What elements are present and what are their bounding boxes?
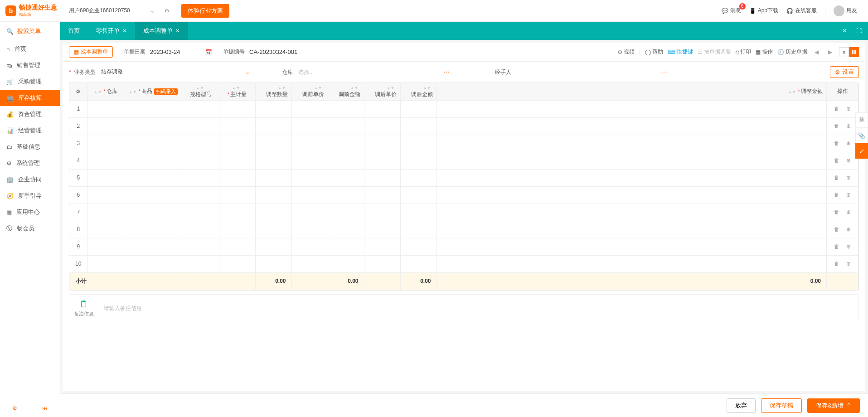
grid-cell[interactable] [328,221,364,238]
grid-cell[interactable] [255,238,291,255]
col-product[interactable]: ▲▼*商品扫码录入 [124,83,183,100]
insert-row-button[interactable]: ⊕ [844,122,853,130]
tab-1[interactable]: 零售开单✕ [88,22,135,40]
grid-cell[interactable] [87,221,124,238]
grid-cell[interactable] [219,135,255,152]
grid-cell[interactable] [400,169,436,186]
table-row[interactable]: 10🗑⊕ [69,255,858,272]
grid-cell[interactable] [400,238,436,255]
grid-cell[interactable] [255,186,291,204]
tab-2[interactable]: 成本调整单✕ [135,22,188,40]
shortcut-link[interactable]: ⌨快捷键 [668,48,693,56]
col-warehouse[interactable]: ▲▼*仓库 [87,83,124,100]
insert-row-button[interactable]: ⊕ [844,156,853,165]
delete-row-button[interactable]: 🗑 [833,174,841,182]
sidebar-item-6[interactable]: 🗂基础信息 [0,139,60,155]
grid-cell[interactable] [436,238,827,255]
rail-attach-button[interactable]: 📎 [855,128,868,143]
insert-row-button[interactable]: ⊕ [844,105,853,113]
grid-cell[interactable] [436,152,827,169]
tenant-settings-button[interactable]: ⚙ [160,5,173,17]
table-row[interactable]: 1🗑⊕ [69,100,858,117]
delete-row-button[interactable]: 🗑 [833,242,841,251]
grid-cell[interactable] [291,186,328,204]
table-row[interactable]: 3🗑⊕ [69,135,858,152]
grid-cell[interactable] [87,204,124,221]
grid-cell[interactable] [400,100,436,117]
insert-row-button[interactable]: ⊕ [844,208,853,216]
table-row[interactable]: 9🗑⊕ [69,238,858,255]
doc-date-input[interactable] [148,48,203,56]
grid-cell[interactable] [183,169,219,186]
grid-cell[interactable] [364,117,400,135]
calendar-icon[interactable]: 📅 [205,49,212,55]
insert-row-button[interactable]: ⊕ [844,242,853,251]
sidebar-item-1[interactable]: 🛍销售管理 [0,57,60,73]
sidebar-item-11[interactable]: Ⓥ畅会员 [0,220,60,237]
col-config[interactable]: ⚙ [69,83,87,100]
grid-cell[interactable] [364,135,400,152]
grid-cell[interactable] [219,221,255,238]
chevron-down-icon[interactable]: ⌵ [246,69,249,75]
grid-cell[interactable] [87,117,124,135]
grid-cell[interactable] [291,152,328,169]
grid-cell[interactable] [328,117,364,135]
sidebar-item-7[interactable]: ⚙系统管理 [0,155,60,171]
delete-row-button[interactable]: 🗑 [833,105,841,113]
col-post-amount[interactable]: ▲▼调后金额 [400,83,436,100]
sidebar-item-5[interactable]: 📊经营管理 [0,122,60,139]
table-row[interactable]: 8🗑⊕ [69,221,858,238]
grid-cell[interactable] [255,221,291,238]
view-card-button[interactable]: ▮▮ [849,47,859,57]
grid-cell[interactable] [328,204,364,221]
table-row[interactable]: 2🗑⊕ [69,117,858,135]
by-bill-adjust-link[interactable]: ☰按单据调整 [698,48,731,56]
grid-cell[interactable] [124,204,183,221]
tab-close-icon[interactable]: ✕ [122,28,127,34]
discard-button[interactable]: 放弃 [727,398,756,413]
delete-row-button[interactable]: 🗑 [833,191,841,199]
col-main-qty[interactable]: ▲▼*主计量 [219,83,255,100]
messages-link[interactable]: 💬 消息 6 [722,7,741,15]
grid-cell[interactable] [124,186,183,204]
grid-cell[interactable] [87,255,124,272]
insert-row-button[interactable]: ⊕ [844,225,853,233]
video-link[interactable]: ⊙视频 [618,48,635,56]
grid-cell[interactable] [400,117,436,135]
sidebar-search[interactable]: 🔍 搜索菜单 [0,22,60,41]
grid-cell[interactable] [183,186,219,204]
table-row[interactable]: 5🗑⊕ [69,169,858,186]
sidebar-item-3[interactable]: 🏬库存核算 [0,90,60,106]
grid-cell[interactable] [400,152,436,169]
grid-cell[interactable] [364,238,400,255]
grid-cell[interactable] [328,152,364,169]
grid-cell[interactable] [124,100,183,117]
grid-cell[interactable] [219,169,255,186]
delete-row-button[interactable]: 🗑 [833,139,841,147]
table-row[interactable]: 7🗑⊕ [69,204,858,221]
grid-cell[interactable] [87,169,124,186]
grid-cell[interactable] [328,255,364,272]
grid-cell[interactable] [364,169,400,186]
insert-row-button[interactable]: ⊕ [844,260,853,268]
grid-cell[interactable] [400,135,436,152]
col-pre-amount[interactable]: ▲▼调前金额 [328,83,364,100]
grid-cell[interactable] [87,186,124,204]
grid-cell[interactable] [291,169,328,186]
collapse-icon[interactable]: ⏮ [42,405,48,412]
view-list-button[interactable]: ≡ [839,47,849,57]
sidebar-item-8[interactable]: 🏢企业协同 [0,171,60,188]
grid-cell[interactable] [124,135,183,152]
doc-code-input[interactable] [247,48,320,56]
sidebar-item-9[interactable]: 🧭新手引导 [0,188,60,204]
table-row[interactable]: 6🗑⊕ [69,186,858,204]
col-spec[interactable]: ▲▼规格型号 [183,83,219,100]
grid-cell[interactable] [183,152,219,169]
grid-cell[interactable] [183,204,219,221]
warehouse-picker-button[interactable]: ⋯ [443,68,451,76]
grid-cell[interactable] [364,100,400,117]
grid-cell[interactable] [255,100,291,117]
handler-input[interactable] [514,67,659,78]
help-link[interactable]: ◯帮助 [645,48,663,56]
col-adj-qty[interactable]: ▲▼调整数量 [255,83,291,100]
